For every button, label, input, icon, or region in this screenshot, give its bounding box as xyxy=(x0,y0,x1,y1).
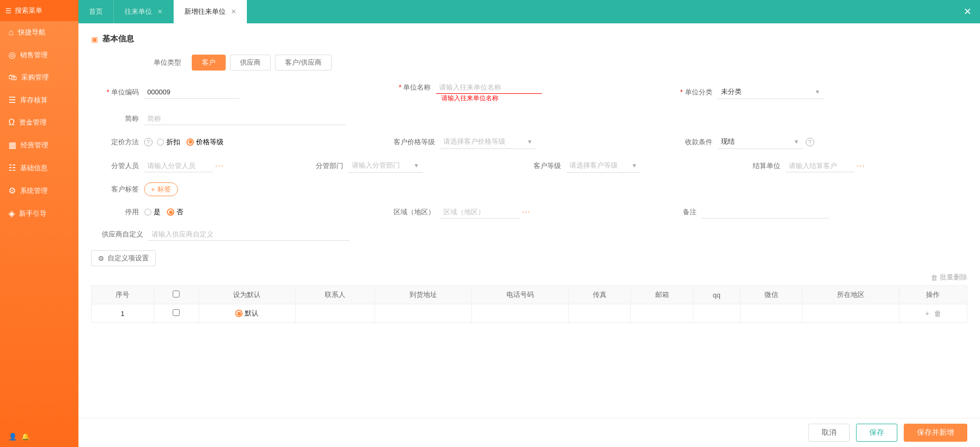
save-new-button[interactable]: 保存并新增 xyxy=(904,424,967,442)
tab-contacts[interactable]: 往来单位✕ xyxy=(114,0,174,23)
customer-price-placeholder: 请选择客户价格等级 xyxy=(443,137,524,146)
sidebar-item-purchase[interactable]: 🛍采购管理 xyxy=(0,66,78,89)
pricing-level[interactable]: 价格等级 xyxy=(186,137,224,147)
row-checkbox[interactable] xyxy=(173,309,180,316)
unit-category-select[interactable]: 未分类 ▼ xyxy=(718,85,824,99)
short-name-input[interactable] xyxy=(144,112,345,125)
sidebar-label-quick-nav: 快捷导航 xyxy=(18,28,46,37)
type-btn-both[interactable]: 客户/供应商 xyxy=(275,55,332,71)
manager-ellipsis[interactable]: ··· xyxy=(213,161,226,171)
content-area: ▣ 基本信息 单位类型 客户 供应商 客户/供应商 单位编码 单位名称 xyxy=(78,23,980,418)
sidebar-item-newbie[interactable]: ◈新手引导 xyxy=(0,202,78,225)
unit-type-row: 单位类型 客户 供应商 客户/供应商 xyxy=(91,55,967,71)
pricing-cell: 定价方法 ? 折扣 价格等级 xyxy=(91,135,383,149)
user-icon: 👤 xyxy=(8,433,17,441)
tabbar: 首页往来单位✕新增往来单位✕ ✕ xyxy=(78,0,980,23)
tab-home[interactable]: 首页 xyxy=(78,0,114,23)
pricing-level-label: 价格等级 xyxy=(196,137,224,147)
sidebar-label-inventory: 库存核算 xyxy=(20,95,48,105)
main-area: 首页往来单位✕新增往来单位✕ ✕ ▣ 基本信息 单位类型 客户 供应商 客户/供… xyxy=(78,0,980,447)
region-input[interactable] xyxy=(440,206,520,218)
sidebar-item-system[interactable]: ⚙系统管理 xyxy=(0,179,78,202)
save-button[interactable]: 保存 xyxy=(856,424,897,442)
short-name-label: 简称 xyxy=(102,114,144,124)
cancel-button[interactable]: 取消 xyxy=(808,424,850,442)
sidebar-item-basics[interactable]: ☷基础信息 xyxy=(0,156,78,179)
unit-category-value: 未分类 xyxy=(721,87,813,97)
th-region: 所在地区 xyxy=(803,286,899,304)
sidebar-search-label: 搜索菜单 xyxy=(15,6,42,15)
pricing-discount[interactable]: 折扣 xyxy=(157,137,180,147)
disabled-yes[interactable]: 是 xyxy=(144,207,161,217)
customer-level-select[interactable]: 请选择客户等级 ▼ xyxy=(566,159,640,173)
delete-row-btn[interactable]: 🗑 xyxy=(934,309,941,318)
unit-category-label: 单位分类 xyxy=(675,87,718,97)
settlement-input[interactable] xyxy=(786,160,854,172)
dept-cell: 分管部门 请输入分管部门 ▼ xyxy=(310,159,530,173)
sidebar-bottom: 👤 🔔 xyxy=(0,426,78,447)
sidebar-item-quick-nav[interactable]: ⌂快捷导航 xyxy=(0,21,78,43)
unit-code-input[interactable] xyxy=(144,86,239,99)
payment-terms-select[interactable]: 现结 ▼ xyxy=(718,135,803,149)
sidebar-item-inventory[interactable]: ☰库存核算 xyxy=(0,89,78,111)
td-qq xyxy=(693,304,740,323)
chevron-down-icon4: ▼ xyxy=(414,162,420,169)
customer-level-label: 客户等级 xyxy=(529,161,566,171)
trash-icon: 🗑 xyxy=(931,274,938,282)
disabled-no[interactable]: 否 xyxy=(167,207,183,217)
pricing-help-icon[interactable]: ? xyxy=(144,138,153,146)
manager-input[interactable] xyxy=(144,160,213,172)
add-tag-btn[interactable]: + 标签 xyxy=(144,182,178,196)
td-checkbox[interactable] xyxy=(154,304,199,323)
tab-new-contact[interactable]: 新增往来单位✕ xyxy=(174,0,247,23)
unit-name-input[interactable] xyxy=(436,81,542,94)
region-ellipsis[interactable]: ··· xyxy=(520,207,532,217)
tabbar-close-btn[interactable]: ✕ xyxy=(955,6,980,17)
add-row-btn[interactable]: + xyxy=(925,309,929,318)
sales-icon: ◎ xyxy=(8,50,16,60)
batch-delete-label: 批量删除 xyxy=(940,273,967,282)
unit-type-label: 单位类型 xyxy=(144,58,186,67)
type-btn-supplier[interactable]: 供应商 xyxy=(230,55,271,71)
disabled-label: 停用 xyxy=(102,207,144,217)
contact-table-area: 🗑 批量删除 序号 设为默认 联系人 到货地址 电话号码 传真 邮箱 qq xyxy=(91,273,967,323)
sidebar-item-operations[interactable]: ▦经营管理 xyxy=(0,134,78,156)
td-wechat xyxy=(740,304,803,323)
remarks-label: 备注 xyxy=(675,207,702,217)
settings-btn[interactable]: ⚙ 自定义项设置 xyxy=(91,250,156,266)
unit-type-buttons: 客户 供应商 客户/供应商 xyxy=(192,55,332,71)
basics-icon: ☷ xyxy=(8,163,16,173)
sidebar-label-finance: 资金管理 xyxy=(19,118,47,127)
sidebar-label-newbie: 新手引导 xyxy=(19,209,47,218)
customer-price-select[interactable]: 请选择客户价格等级 ▼ xyxy=(440,135,536,149)
customer-level-cell: 客户等级 请选择客户等级 ▼ xyxy=(529,159,749,173)
select-all-checkbox[interactable] xyxy=(173,291,180,297)
sidebar-item-finance[interactable]: Ω资金管理 xyxy=(0,111,78,134)
dept-label: 分管部门 xyxy=(316,161,349,171)
remarks-cell: 备注 xyxy=(675,206,967,218)
sidebar-search[interactable]: ☰ 搜索菜单 xyxy=(0,0,78,21)
payment-terms-label: 收款条件 xyxy=(675,137,718,147)
td-default[interactable]: 默认 xyxy=(199,304,296,323)
tab-label-new-contact: 新增往来单位 xyxy=(184,7,226,16)
search-icon: ☰ xyxy=(5,7,12,15)
customer-price-label: 客户价格等级 xyxy=(394,137,440,147)
remarks-input[interactable] xyxy=(702,206,829,218)
th-checkbox[interactable] xyxy=(154,286,199,304)
type-btn-customer[interactable]: 客户 xyxy=(192,55,226,71)
sidebar-item-sales[interactable]: ◎销售管理 xyxy=(0,43,78,66)
dept-select[interactable]: 请输入分管部门 ▼ xyxy=(349,159,423,173)
th-fax: 传真 xyxy=(568,286,631,304)
batch-delete-btn[interactable]: 🗑 批量删除 xyxy=(931,273,967,282)
dept-placeholder: 请输入分管部门 xyxy=(352,161,412,170)
payment-help-icon[interactable]: ? xyxy=(806,138,814,146)
disabled-cell: 停用 是 否 xyxy=(91,206,383,218)
unit-name-error: 请输入往来单位名称 xyxy=(441,94,498,102)
td-address xyxy=(375,304,472,323)
settlement-ellipsis[interactable]: ··· xyxy=(854,161,867,171)
payment-terms-value: 现结 xyxy=(721,137,791,146)
tab-close-new-contact[interactable]: ✕ xyxy=(231,8,236,15)
row-codes: 单位编码 单位名称 请输入往来单位名称 单位分类 未分类 ▼ xyxy=(91,81,967,103)
tab-close-contacts[interactable]: ✕ xyxy=(157,8,163,15)
supplier-custom-input[interactable] xyxy=(148,228,350,241)
